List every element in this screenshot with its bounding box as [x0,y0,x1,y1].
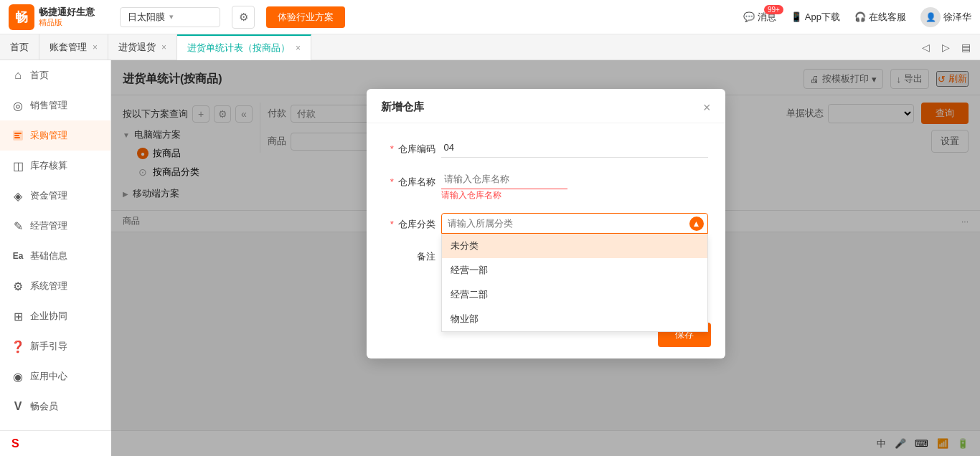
store-selector[interactable]: 日太阳膜 ▾ [120,7,220,27]
tab-right-btn[interactable]: ▷ [937,39,954,56]
operation-icon: ✎ [11,219,24,232]
sidebar-item-inventory[interactable]: ◫ 库存核算 [0,151,110,181]
content-area: 进货单统计(按商品) 🖨 按模板打印 ▾ ↓ 导出 ↺ 刷新 [111,60,980,456]
form-row-code: * 仓库编码 [384,138,708,158]
sidebar-item-basic-info[interactable]: Ea 基础信息 [0,241,110,271]
warehouse-code-input[interactable] [441,138,708,158]
category-label: * 仓库分类 [384,213,441,231]
name-error-msg: 请输入仓库名称 [441,189,501,201]
tab-purchase-stats[interactable]: 进货单统计表（按商品） × [177,34,311,60]
sidebar-item-finance[interactable]: ◈ 资金管理 [0,181,110,211]
category-select-wrapper: ▲ 未分类 经营一部 经营二部 物业部 [441,213,708,234]
member-icon: V [11,400,24,413]
basic-info-icon: Ea [11,250,24,262]
form-row-category: * 仓库分类 ▲ 未分类 经营一部 经营二部 物业部 [384,213,708,234]
sidebar-item-system[interactable]: ⚙ 系统管理 [0,271,110,301]
sidebar-item-operation[interactable]: ✎ 经营管理 [0,211,110,241]
note-label: 备注 [384,245,441,263]
user-profile[interactable]: 👤 徐泽华 [920,7,971,27]
svg-rect-3 [14,137,20,138]
sidebar-item-purchase[interactable]: 采购管理 [0,120,110,151]
logo-text: 畅捷通好生意 精品版 [39,6,95,27]
dropdown-item-uncategorized[interactable]: 未分类 [442,234,707,258]
purchase-icon [11,129,24,142]
sidebar-item-sales[interactable]: ◎ 销售管理 [0,90,110,120]
sidebar: ⌂ 首页 ◎ 销售管理 采购管理 ◫ 库存核算 ◈ 资金管理 ✎ 经营管理 Ea… [0,60,111,456]
warehouse-name-input[interactable] [441,169,567,189]
svg-rect-2 [14,135,19,136]
category-input[interactable] [441,213,708,234]
form-row-name: * 仓库名称 请输入仓库名称 [384,169,708,201]
headset-icon: 🎧 [854,11,866,22]
main-layout: ⌂ 首页 ◎ 销售管理 采购管理 ◫ 库存核算 ◈ 资金管理 ✎ 经营管理 Ea… [0,60,980,456]
tab-purchase-return[interactable]: 进货退货 × [108,34,177,60]
guide-icon: ❓ [11,340,24,353]
header-right: 💬 消息 99+ 📱 App下载 🎧 在线客服 👤 徐泽华 [743,7,971,27]
avatar: 👤 [920,7,941,27]
tab-left-btn[interactable]: ◁ [917,39,934,56]
dropdown-item-property[interactable]: 物业部 [442,307,707,331]
modal-title: 新增仓库 [381,100,424,114]
system-icon: ⚙ [11,280,24,293]
dropdown-item-dept2[interactable]: 经营二部 [442,282,707,307]
top-header: 畅 畅捷通好生意 精品版 日太阳膜 ▾ ⚙ 体验行业方案 💬 消息 99+ 📱 … [0,0,980,34]
trial-button[interactable]: 体验行业方案 [266,6,345,28]
tab-menu-btn[interactable]: ▤ [957,39,974,56]
sidebar-item-guide[interactable]: ❓ 新手引导 [0,331,110,361]
category-dropdown: 未分类 经营一部 经营二部 物业部 [441,234,708,332]
modal-header: 新增仓库 × [367,89,725,123]
sidebar-item-enterprise[interactable]: ⊞ 企业协同 [0,301,110,331]
app-center-icon: ◉ [11,370,24,383]
tab-close-purchase-return[interactable]: × [161,42,166,52]
sidebar-item-member[interactable]: V 畅会员 [0,391,110,422]
sidebar-item-home[interactable]: ⌂ 首页 [0,60,110,90]
store-dropdown-arrow: ▾ [169,12,174,22]
online-service-button[interactable]: 🎧 在线客服 [854,11,906,24]
code-label: * 仓库编码 [384,138,441,156]
tab-close-accounts[interactable]: × [93,42,98,52]
modal-overlay: 新增仓库 × * 仓库编码 [111,60,980,456]
dropdown-item-dept1[interactable]: 经营一部 [442,258,707,282]
tab-bar: 首页 账套管理 × 进货退货 × 进货单统计表（按商品） × ◁ ▷ ▤ [0,34,980,60]
sidebar-item-app-center[interactable]: ◉ 应用中心 [0,361,110,391]
inventory-icon: ◫ [11,159,24,172]
tab-home[interactable]: 首页 [0,34,39,60]
settings-button[interactable]: ⚙ [232,6,255,29]
name-label: * 仓库名称 [384,171,441,189]
tab-controls: ◁ ▷ ▤ [911,39,980,56]
logo-area: 畅 畅捷通好生意 精品版 [9,4,120,30]
home-icon: ⌂ [11,69,24,82]
modal-add-warehouse: 新增仓库 × * 仓库编码 [367,89,725,358]
header-actions: ⚙ 体验行业方案 [232,6,345,29]
tab-accounts[interactable]: 账套管理 × [39,34,108,60]
modal-body: * 仓库编码 * 仓库名称 [367,123,725,314]
logo-icon: 畅 [9,4,34,30]
finance-icon: ◈ [11,189,24,202]
svg-rect-1 [14,133,22,134]
message-badge: 99+ [764,5,783,14]
modal-close-button[interactable]: × [703,101,711,114]
enterprise-icon: ⊞ [11,310,24,323]
message-icon: 💬 [743,11,755,22]
message-button[interactable]: 💬 消息 99+ [743,11,776,24]
app-download-button[interactable]: 📱 App下载 [791,11,840,24]
bottom-logo: S [11,437,19,450]
category-toggle-btn[interactable]: ▲ [689,217,704,231]
tab-close-purchase-stats[interactable]: × [296,43,301,53]
app-icon: 📱 [791,11,802,22]
sales-icon: ◎ [11,99,24,112]
